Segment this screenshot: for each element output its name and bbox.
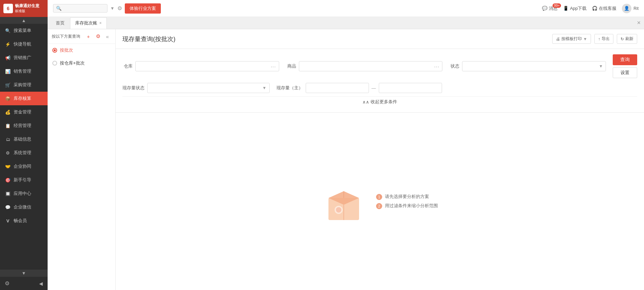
footer-collapse-btn[interactable]: ◀ bbox=[39, 281, 43, 286]
topbar: 🔍 ▼ ⚙ 体验行业方案 💬 消息 99+ 📱 App下载 🎧 在线客服 👤 bbox=[48, 0, 644, 17]
sidebar-item-finance[interactable]: 💰 资金管理 bbox=[0, 105, 48, 119]
collapse-bar[interactable]: ∧∧ 收起更多条件 bbox=[122, 96, 637, 107]
tab-home[interactable]: 首页 bbox=[51, 18, 69, 29]
status-label: 状态 bbox=[449, 63, 459, 69]
sidebar-scroll-down[interactable]: ▼ bbox=[0, 270, 48, 276]
stock-amount-to[interactable] bbox=[379, 83, 442, 93]
app-download-btn[interactable]: 📱 App下载 bbox=[563, 5, 587, 12]
warehouse-field: 仓库 ··· bbox=[122, 61, 279, 71]
messages-btn[interactable]: 💬 消息 99+ bbox=[542, 5, 558, 12]
filter-panel: 按以下方案查询 + ⚙ « 按批次 bbox=[48, 29, 116, 290]
sidebar-header: 6 畅康通好生意 标准版 bbox=[0, 0, 48, 17]
chat-icon: 💬 bbox=[5, 204, 11, 210]
filter-item-warehouse-batch[interactable]: 按仓库+批次 bbox=[48, 57, 115, 70]
headset-icon: 🎧 bbox=[592, 6, 597, 11]
filter-collapse-btn[interactable]: « bbox=[104, 33, 111, 40]
username: Rit bbox=[633, 6, 639, 11]
warehouse-dots[interactable]: ··· bbox=[271, 64, 276, 69]
hint-item-1: 1 请先选择要分析的方案 bbox=[376, 194, 438, 200]
warehouse-input[interactable]: ··· bbox=[135, 61, 279, 71]
content-area: 按以下方案查询 + ⚙ « 按批次 bbox=[48, 29, 644, 290]
product-input[interactable]: ··· bbox=[299, 61, 443, 71]
product-field: 商品 ··· bbox=[286, 61, 443, 71]
sidebar-item-inventory[interactable]: 📦 库存核算 bbox=[0, 92, 48, 105]
app-logo: 6 bbox=[3, 4, 13, 13]
export-btn[interactable]: ↑ 导出 bbox=[594, 34, 613, 44]
hint-text-1: 请先选择要分析的方案 bbox=[385, 194, 429, 200]
status-select[interactable]: ▼ bbox=[462, 61, 606, 71]
stock-status-field: 现存量状态 ▼ bbox=[122, 83, 270, 93]
member-icon: V bbox=[5, 218, 11, 224]
sidebar-item-guide[interactable]: 🎯 新手引导 bbox=[0, 173, 48, 187]
hint-num-1: 1 bbox=[376, 194, 382, 200]
filter-panel-header: 按以下方案查询 + ⚙ « bbox=[48, 29, 115, 44]
topbar-settings-btn[interactable]: ⚙ bbox=[117, 5, 122, 12]
right-content: 现存量查询(按批次) 🖨 按模板打印 ▼ ↑ 导出 ↻ 刷新 bbox=[116, 29, 644, 290]
topbar-left: 🔍 ▼ ⚙ 体验行业方案 bbox=[53, 3, 539, 14]
sidebar-item-basic[interactable]: 🗂 基础信息 bbox=[0, 132, 48, 146]
query-actions: 查询 设置 bbox=[613, 54, 637, 78]
refresh-btn[interactable]: ↻ 刷新 bbox=[617, 34, 637, 44]
footer-settings-btn[interactable]: ⚙ bbox=[5, 280, 10, 287]
sidebar-item-quick-nav[interactable]: ⚡ 快捷导航 bbox=[0, 37, 48, 51]
app-version: 标准版 bbox=[15, 9, 39, 14]
hint-text-2: 用过滤条件来缩小分析范围 bbox=[385, 203, 438, 209]
main-area: 🔍 ▼ ⚙ 体验行业方案 💬 消息 99+ 📱 App下载 🎧 在线客服 👤 bbox=[48, 0, 644, 290]
status-dropdown-icon: ▼ bbox=[599, 64, 603, 69]
sidebar-item-system[interactable]: ⚙ 系统管理 bbox=[0, 146, 48, 160]
search-row-2: 现存量状态 ▼ 现存量（主） — bbox=[122, 83, 637, 93]
filter-actions: + ⚙ « bbox=[85, 33, 111, 40]
tab-panel-close-btn[interactable]: × bbox=[637, 19, 641, 26]
sidebar-item-purchase[interactable]: 🛒 采购管理 bbox=[0, 78, 48, 92]
messages-badge: 99+ bbox=[553, 3, 561, 8]
export-icon: ↑ bbox=[598, 37, 600, 41]
sidebar-item-wechat[interactable]: 💬 企业微信 bbox=[0, 200, 48, 214]
refresh-icon: ↻ bbox=[621, 37, 624, 41]
tab-inventory-batch[interactable]: 库存批次账 × bbox=[70, 17, 107, 29]
sidebar-item-search[interactable]: 🔍 搜索菜单 bbox=[0, 24, 48, 37]
topbar-search-box[interactable]: 🔍 bbox=[53, 4, 107, 13]
chart-icon: 📊 bbox=[5, 68, 11, 74]
sidebar-item-marketing[interactable]: 📢 营销推广 bbox=[0, 51, 48, 65]
user-area[interactable]: 👤 Rit bbox=[622, 4, 639, 13]
filter-add-btn[interactable]: + bbox=[85, 33, 92, 40]
filter-item-batch[interactable]: 按批次 bbox=[48, 44, 115, 57]
search-icon: 🔍 bbox=[5, 28, 11, 34]
sidebar: 6 畅康通好生意 标准版 ▲ 🔍 搜索菜单 ⚡ 快捷导航 📢 营销推广 📊 销售… bbox=[0, 0, 48, 290]
warehouse-label: 仓库 bbox=[122, 63, 133, 69]
query-button[interactable]: 查询 bbox=[613, 54, 637, 65]
stock-amount-label: 现存量（主） bbox=[276, 85, 303, 91]
avatar: 👤 bbox=[622, 4, 631, 13]
stock-status-select[interactable]: ▼ bbox=[147, 83, 270, 93]
topbar-search-input[interactable] bbox=[64, 6, 98, 11]
print-dropdown-icon: ▼ bbox=[583, 37, 587, 41]
sidebar-scroll-up[interactable]: ▲ bbox=[0, 17, 48, 24]
page-actions: 🖨 按模板打印 ▼ ↑ 导出 ↻ 刷新 bbox=[552, 34, 637, 44]
status-field: 状态 ▼ bbox=[449, 61, 606, 71]
svg-point-5 bbox=[336, 207, 341, 213]
online-service-btn[interactable]: 🎧 在线客服 bbox=[592, 5, 616, 12]
hint-item-2: 2 用过滤条件来缩小分析范围 bbox=[376, 203, 438, 209]
handshake-icon: 🤝 bbox=[5, 163, 11, 169]
filter-settings-btn[interactable]: ⚙ bbox=[94, 33, 102, 40]
product-label: 商品 bbox=[286, 63, 296, 69]
sidebar-item-operations[interactable]: 📋 经营管理 bbox=[0, 119, 48, 132]
target-icon: 🎯 bbox=[5, 177, 11, 183]
settings-button[interactable]: 设置 bbox=[613, 67, 637, 78]
print-btn[interactable]: 🖨 按模板打印 ▼ bbox=[552, 34, 591, 44]
product-dots[interactable]: ··· bbox=[434, 64, 440, 69]
sidebar-item-member[interactable]: V 畅会员 bbox=[0, 214, 48, 228]
sidebar-item-enterprise[interactable]: 🤝 企业协同 bbox=[0, 160, 48, 173]
gear-icon: ⚙ bbox=[5, 150, 11, 156]
sidebar-item-sales[interactable]: 📊 销售管理 bbox=[0, 65, 48, 78]
stock-amount-from[interactable] bbox=[306, 83, 369, 93]
box-icon: 📦 bbox=[5, 95, 11, 102]
tab-close-btn[interactable]: × bbox=[99, 21, 102, 25]
lightning-icon: ⚡ bbox=[5, 41, 11, 47]
topbar-search-icon: 🔍 bbox=[56, 6, 62, 11]
print-icon: 🖨 bbox=[556, 37, 560, 41]
money-icon: 💰 bbox=[5, 109, 11, 115]
industry-plan-button[interactable]: 体验行业方案 bbox=[125, 3, 161, 14]
topbar-dropdown-btn[interactable]: ▼ bbox=[110, 6, 115, 11]
sidebar-item-apps[interactable]: 🔲 应用中心 bbox=[0, 187, 48, 200]
